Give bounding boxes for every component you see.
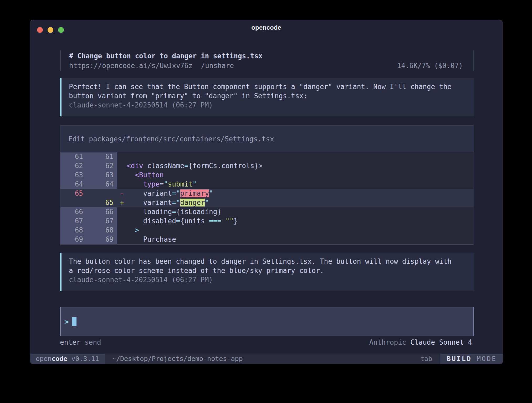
code-segment: = — [172, 208, 176, 216]
code-segment: primary — [180, 189, 209, 197]
code-segment: className — [143, 162, 185, 170]
line-number-new: 62 — [87, 161, 117, 170]
tab-key-hint[interactable]: tab — [420, 354, 432, 364]
status-bar: opencode v0.3.11 ~/Desktop/Projects/demo… — [30, 354, 503, 364]
window-title: opencode — [30, 20, 503, 35]
line-number-old: 65 — [60, 189, 87, 198]
edit-file-path: Edit packages/frontend/src/containers/Se… — [60, 126, 474, 152]
hint-row: enter send Anthropic Claude Sonnet 4 — [60, 338, 474, 348]
code-segment: <div — [127, 162, 143, 170]
line-number-old: 63 — [60, 170, 87, 180]
diff-row: 6464 type="submit" — [60, 180, 474, 189]
line-number-old: 61 — [60, 152, 87, 161]
code-segment: " — [192, 180, 197, 188]
diff-marker — [117, 161, 127, 170]
diff-row: 65- variant="primary" — [60, 189, 474, 198]
diff-row: 6666 loading={isLoading} — [60, 207, 474, 216]
code-line — [127, 152, 474, 161]
mode-label: MODE — [472, 355, 497, 363]
diff-row: 6868 > — [60, 226, 474, 235]
mode-chip[interactable]: BUILD MODE — [440, 354, 503, 364]
diff-marker — [117, 226, 127, 235]
diff-row: 6767 disabled={units === ""} — [60, 216, 474, 226]
line-number-old: 66 — [60, 207, 87, 216]
line-number-new: 65 — [87, 198, 117, 207]
code-segment — [127, 217, 143, 225]
code-line: > — [127, 226, 474, 235]
unshare-command[interactable]: /unshare — [201, 61, 234, 71]
share-url-link[interactable]: https://opencode.ai/s/UwJxv76z — [69, 61, 193, 71]
text-cursor — [72, 317, 76, 326]
edit-tool-block: Edit packages/frontend/src/containers/Se… — [60, 125, 474, 245]
line-number-new: 66 — [87, 207, 117, 216]
send-hint: enter send — [60, 338, 101, 348]
code-segment: disabled — [143, 217, 176, 225]
diff-marker — [117, 152, 127, 161]
message-text: a red/rose color scheme instead of the b… — [69, 266, 464, 275]
code-segment — [221, 217, 226, 225]
app-name-bold: code — [52, 355, 67, 363]
session-title: # Change button color to danger in setti… — [69, 51, 473, 61]
code-line: <Button — [127, 170, 474, 180]
diff-marker — [117, 235, 127, 244]
line-number-new: 63 — [87, 170, 117, 180]
code-segment: danger — [180, 199, 205, 206]
diff-marker — [117, 207, 127, 216]
prompt-input[interactable]: > — [60, 307, 474, 336]
code-segment: " — [164, 180, 168, 188]
title-bar: opencode — [30, 20, 503, 35]
code-segment — [127, 235, 143, 243]
code-line: loading={isLoading} — [127, 207, 474, 216]
code-line: variant="danger" — [127, 198, 474, 207]
token-usage: 14.6K/7% ($0.07) — [397, 61, 463, 71]
code-segment: "" — [226, 217, 234, 225]
code-line: disabled={units === ""} — [127, 216, 474, 226]
code-segment: = — [176, 217, 180, 225]
code-segment — [127, 226, 135, 234]
enter-key-hint: enter — [60, 338, 80, 346]
code-segment: {units — [180, 217, 209, 225]
message-text: button variant from "primary" to "danger… — [69, 91, 464, 101]
code-segment — [127, 208, 143, 216]
send-action-label: send — [85, 338, 101, 346]
diff-marker — [117, 170, 127, 180]
diff-row: 6161 — [60, 152, 474, 161]
code-segment: =" — [172, 189, 180, 197]
line-number-new: 61 — [87, 152, 117, 161]
line-number-new: 68 — [87, 226, 117, 235]
code-line: variant="primary" — [127, 189, 474, 198]
line-number-new: 69 — [87, 235, 117, 244]
line-number-old: 67 — [60, 216, 87, 226]
assistant-message: The button color has been changed to dan… — [60, 253, 474, 291]
code-segment: = — [184, 162, 188, 170]
diff-marker: - — [117, 189, 127, 198]
line-number-old — [60, 198, 87, 207]
code-segment: <Button — [135, 171, 164, 179]
session-header: # Change button color to danger in setti… — [60, 50, 474, 71]
diff-marker: + — [117, 198, 127, 207]
code-segment: loading — [143, 208, 172, 216]
opencode-window: opencode # Change button color to danger… — [30, 20, 503, 364]
code-segment — [127, 199, 143, 206]
diff-marker — [117, 180, 127, 189]
model-indicator: Anthropic Claude Sonnet 4 — [369, 338, 472, 348]
line-number-old: 68 — [60, 226, 87, 235]
code-segment: =" — [172, 199, 180, 206]
code-line: type="submit" — [127, 180, 474, 189]
line-number-old: 69 — [60, 235, 87, 244]
code-line: Purchase — [127, 235, 474, 244]
code-segment: = — [160, 180, 164, 188]
code-segment: variant — [143, 189, 172, 197]
diff-row: 6969 Purchase — [60, 235, 474, 244]
code-segment: variant — [143, 199, 172, 206]
line-number-new — [87, 189, 117, 198]
line-number-new: 64 — [87, 180, 117, 189]
app-version: v0.3.11 — [67, 355, 99, 363]
assistant-message: Perfect! I can see that the Button compo… — [60, 78, 474, 116]
code-segment: Purchase — [143, 235, 176, 243]
code-segment: === — [209, 217, 221, 225]
code-segment: submit — [168, 180, 193, 188]
code-segment: " — [205, 199, 209, 206]
code-segment: } — [234, 217, 238, 225]
diff-marker — [117, 216, 127, 226]
